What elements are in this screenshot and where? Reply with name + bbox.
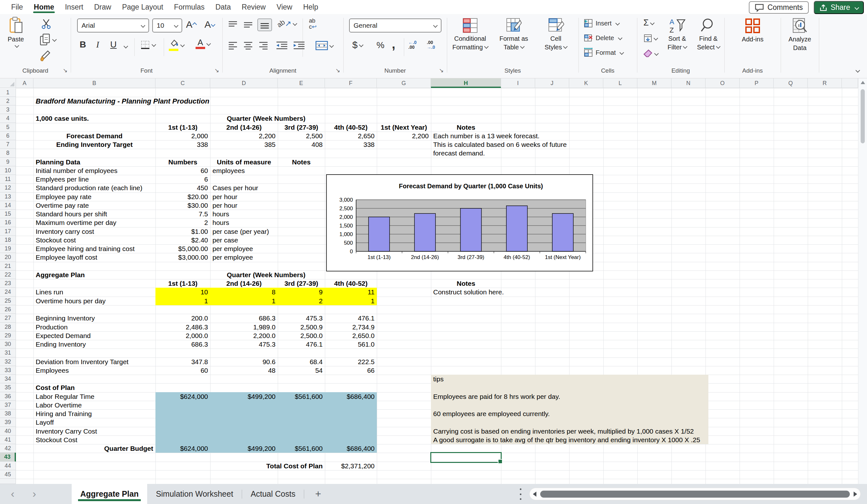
cell-D16[interactable]: hours [210,218,232,227]
cell-D44-E44[interactable]: Total Cost of Plan [210,462,325,470]
cell-H8[interactable]: forecast demand. [431,149,487,157]
row-header-35[interactable]: 35 [0,383,16,392]
row-header-38[interactable]: 38 [0,409,16,418]
cell-E42[interactable]: $561,600 [278,444,325,453]
cell-D33[interactable]: 48 [210,366,278,375]
cell-C19[interactable]: $5,000.00 [156,244,210,253]
cell-F44[interactable]: $2,371,200 [325,462,377,470]
cell-C18[interactable]: $2.40 [156,236,210,244]
col-header-B[interactable]: B [33,78,156,88]
embedded-chart[interactable]: 05001,0001,5002,0002,5003,0001st (1-13)2… [326,174,593,271]
cell-C6[interactable]: 2,000 [156,131,210,140]
row-header-36[interactable]: 36 [0,392,16,401]
cell-C42[interactable]: $624,000 [156,444,210,453]
cell-E33[interactable]: 54 [278,366,325,375]
cell-C36[interactable]: $624,000 [156,392,210,401]
row-header-26[interactable]: 26 [0,305,16,314]
row-header-34[interactable]: 34 [0,375,16,383]
row-header-44[interactable]: 44 [0,462,16,470]
vertical-scrollbar[interactable] [858,78,867,484]
cell-D29[interactable]: 2,200.0 [210,331,278,340]
cell-F24[interactable]: 11 [325,288,377,296]
cell-H24[interactable]: Construct solution here. [431,288,506,296]
cell-F36[interactable]: $686,400 [325,392,377,401]
cell-B7[interactable]: Ending Inventory Target [33,140,156,149]
scroll-right-arrow-icon[interactable] [854,492,857,497]
cell-F29[interactable]: 2,650.0 [325,331,377,340]
cell-B35[interactable]: Cost of Plan [33,383,77,392]
row-header-28[interactable]: 28 [0,323,16,331]
row-header-5[interactable]: 5 [0,123,16,131]
cell-E24[interactable]: 9 [278,288,325,296]
row-header-40[interactable]: 40 [0,427,16,436]
col-header-P[interactable]: P [740,78,774,88]
cell-D42[interactable]: $499,200 [210,444,278,453]
col-header-K[interactable]: K [569,78,603,88]
cell-B9[interactable]: Planning Data [33,158,83,166]
fill-handle[interactable] [498,459,503,464]
row-header-27[interactable]: 27 [0,314,16,322]
cell-B19[interactable]: Employee hiring and training cost [33,244,137,253]
row-header-11[interactable]: 11 [0,175,16,183]
col-header-C[interactable]: C [156,78,210,88]
row-header-20[interactable]: 20 [0,253,16,261]
row-header-9[interactable]: 9 [0,158,16,166]
cell-F28[interactable]: 2,734.9 [325,323,377,331]
col-header-M[interactable]: M [638,78,672,88]
cell-B12[interactable]: Standard production rate (each line) [33,183,144,192]
cell-D9[interactable]: Units of measure [210,158,278,166]
cell-F5[interactable]: 4th (40-52) [325,123,377,131]
cell-B15[interactable]: Standard hours per shift [33,210,109,218]
cell-C30[interactable]: 686.3 [156,340,210,348]
horizontal-scrollbar[interactable] [529,488,860,500]
cell-B25[interactable]: Overtime hours per day [33,297,108,305]
cell-C24[interactable]: 10 [156,288,210,296]
row-header-32[interactable]: 32 [0,357,16,366]
row-header-25[interactable]: 25 [0,297,16,305]
cell-D25[interactable]: 1 [210,297,278,305]
row-header-16[interactable]: 16 [0,218,16,227]
cell-E9[interactable]: Notes [278,158,325,166]
cell-B40[interactable]: Inventory Carry Cost [33,427,99,436]
row-header-8[interactable]: 8 [0,149,16,157]
col-header-G[interactable]: G [377,78,431,88]
cell-B10[interactable]: Initial number of employees [33,166,120,175]
cell-C13[interactable]: $20.00 [156,192,210,201]
cell-E5[interactable]: 3rd (27-39) [278,123,325,131]
cell-B14[interactable]: Overtime pay rate [33,201,91,210]
row-header-10[interactable]: 10 [0,166,16,175]
cell-B6[interactable]: Forecast Demand [33,131,156,140]
row-header-1[interactable]: 1 [0,88,16,97]
cell-H41[interactable]: A good surrogate is to take avg of the q… [431,436,702,444]
row-header-19[interactable]: 19 [0,244,16,253]
cell-D14[interactable]: per hour [210,201,239,210]
cell-C17[interactable]: $1.00 [156,227,210,236]
cell-C20[interactable]: $3,000.00 [156,253,210,261]
row-header-43[interactable]: 43 [0,453,16,461]
cell-C29[interactable]: 2,000.0 [156,331,210,340]
cell-D18[interactable]: per case [210,236,240,244]
cell-B27[interactable]: Beginning Inventory [33,314,97,322]
cell-F7[interactable]: 338 [325,140,377,149]
cell-F32[interactable]: 222.5 [325,357,377,366]
cell-C16[interactable]: 2 [156,218,210,227]
scroll-up-arrow-icon[interactable] [860,81,865,84]
row-header-37[interactable]: 37 [0,401,16,409]
row-header-30[interactable]: 30 [0,340,16,348]
cell-B2[interactable]: Bradford Manufacturing - Planning Plant … [33,97,212,106]
row-header-7[interactable]: 7 [0,140,16,149]
cell-E25[interactable]: 2 [278,297,325,305]
cell-F27[interactable]: 476.1 [325,314,377,322]
cell-B39[interactable]: Layoff [33,418,56,427]
cell-F30[interactable]: 561.0 [325,340,377,348]
cell-D15[interactable]: hours [210,210,232,218]
cell-B24[interactable]: Lines run [33,288,65,296]
cell-C33[interactable]: 60 [156,366,210,375]
scroll-left-arrow-icon[interactable] [533,492,536,497]
cell-E6[interactable]: 2,500 [278,131,325,140]
cell-B37[interactable]: Labor Overtime [33,401,84,409]
cell-B29[interactable]: Expected Demand [33,331,93,340]
cell-D20[interactable]: per employee [210,253,255,261]
cell-B33[interactable]: Employees [33,366,71,375]
cell-D30[interactable]: 475.3 [210,340,278,348]
